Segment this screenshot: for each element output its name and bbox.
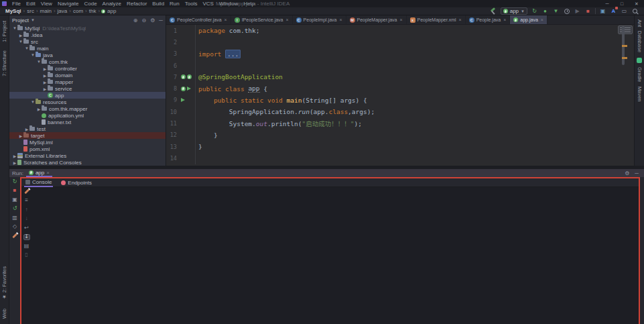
tool-stripe-ant[interactable]: Ant (637, 19, 643, 27)
tree-item-mapper[interactable]: ▶mapper (9, 78, 166, 85)
plugin-icon[interactable]: ▣ (599, 7, 606, 15)
editor-tab-ipeopleservice-java[interactable]: IIPeopleService.java× (231, 15, 293, 24)
warning-stripe-mark[interactable] (622, 57, 627, 59)
soft-wrap-icon[interactable]: ↩ (23, 225, 30, 231)
down-stack-icon[interactable]: ↓ (23, 216, 30, 222)
editor-tab-peopleimpl-java[interactable]: CPeopleImpl.java× (293, 15, 346, 24)
tree-item-banner-txt[interactable]: banner.txt (9, 119, 166, 125)
breadcrumb-item-thk[interactable]: thk (88, 8, 98, 14)
close-tab-icon[interactable]: × (541, 17, 543, 22)
search-everywhere-icon[interactable] (631, 7, 639, 15)
stop-icon[interactable]: ■ (11, 188, 18, 194)
editor-tab-people-java[interactable]: CPeople.java× (466, 15, 511, 24)
editor-tab-peoplemapper-xml[interactable]: xPeopleMapper.xml× (407, 15, 466, 24)
editor-tab-peoplecontroller-java[interactable]: CPeopleController.java× (166, 15, 231, 24)
sort-icon[interactable]: ≡ (23, 198, 30, 204)
debug-icon[interactable]: ● (541, 7, 549, 15)
tree-item-java[interactable]: ▼java (9, 52, 166, 58)
breadcrumb-item-mysql[interactable]: MySql (4, 8, 23, 14)
tree-item--idea[interactable]: ▶.idea (9, 32, 166, 38)
warning-stripe-mark[interactable] (622, 45, 627, 47)
code-editor[interactable]: 1package com.thk;23import ...67@SpringBo… (166, 25, 634, 164)
tree-closed-arrow-icon[interactable]: ▶ (42, 87, 48, 91)
rerun-icon[interactable]: ↻ (11, 178, 18, 184)
spring-bean-icon[interactable] (181, 74, 186, 79)
spring-bean-icon[interactable] (187, 74, 192, 79)
run-tab-app[interactable]: app × (26, 169, 52, 177)
run-config-select[interactable]: app ▼ (501, 7, 527, 15)
tree-open-arrow-icon[interactable]: ▼ (12, 26, 17, 30)
tree-closed-arrow-icon[interactable]: ▶ (42, 80, 48, 85)
menu-refactor[interactable]: Refactor (124, 1, 149, 7)
console-output[interactable] (31, 187, 639, 324)
tool-stripe-web[interactable]: Web (1, 309, 7, 319)
tool-stripe-maven[interactable]: Maven (637, 87, 643, 102)
tree-open-arrow-icon[interactable]: ▼ (24, 46, 29, 50)
tree-closed-arrow-icon[interactable]: ▶ (12, 154, 17, 158)
tree-closed-arrow-icon[interactable]: ▶ (36, 107, 42, 111)
collapse-all-icon[interactable]: ⊖ (141, 17, 146, 23)
tree-item-scratches-and-consoles[interactable]: ▶Scratches and Consoles (9, 159, 166, 166)
up-stack-icon[interactable]: ↑ (23, 207, 30, 213)
tree-closed-arrow-icon[interactable]: ▶ (24, 127, 29, 131)
breadcrumb-item-main[interactable]: main (39, 8, 53, 14)
menu-file[interactable]: File (9, 1, 23, 7)
tree-item-service[interactable]: ▶service (9, 85, 166, 92)
tree-item-app[interactable]: Capp (9, 92, 166, 99)
stop-icon[interactable]: ■ (584, 7, 592, 15)
tree-item-application-yml[interactable]: application.yml (9, 112, 166, 119)
edit-source-icon[interactable] (23, 188, 30, 195)
menu-vcs[interactable]: VCS (200, 1, 216, 7)
tool-stripe-database[interactable]: Database (637, 31, 643, 52)
tree-item-com-thk[interactable]: ▼com.thk (9, 58, 166, 65)
settings-icon[interactable]: ⚙ (625, 170, 629, 176)
tree-closed-arrow-icon[interactable]: ▶ (42, 66, 48, 71)
tree-item-controller[interactable]: ▶controller (9, 65, 166, 72)
run-gutter-icon[interactable] (181, 98, 185, 102)
tree-open-arrow-icon[interactable]: ▼ (18, 40, 23, 44)
tree-item-com-thk-mapper[interactable]: ▶com.thk.mapper (9, 105, 166, 112)
tree-item-src[interactable]: ▼src (9, 38, 166, 45)
rerun-icon[interactable]: ↻ (531, 7, 538, 15)
chevron-down-icon[interactable]: ▼ (31, 18, 35, 22)
tree-item-mysql[interactable]: ▼MySqlD:\IdeaTest\MySql (9, 25, 166, 32)
tree-closed-arrow-icon[interactable]: ▶ (18, 133, 23, 138)
menu-build[interactable]: Build (149, 1, 167, 7)
breadcrumb-item-java[interactable]: java (56, 8, 69, 14)
tree-closed-arrow-icon[interactable]: ▶ (42, 73, 48, 78)
breadcrumb-item-app[interactable]: app (106, 8, 117, 14)
editor-tab-peoplemapper-java[interactable]: MPeopleMapper.java× (346, 15, 407, 24)
close-tab-icon[interactable]: × (286, 17, 289, 22)
update-classes-icon[interactable]: ↺ (11, 206, 18, 212)
tree-item-pom-xml[interactable]: pom.xml (9, 146, 166, 152)
settings-icon[interactable]: ⚙ (150, 17, 155, 23)
close-tab-icon[interactable]: × (224, 17, 227, 22)
tree-open-arrow-icon[interactable]: ▼ (30, 100, 36, 104)
close-tab-icon[interactable]: × (46, 170, 50, 176)
tree-item-external-libraries[interactable]: ▶External Libraries (9, 152, 166, 159)
close-button-icon[interactable]: ✕ (629, 0, 644, 7)
tree-open-arrow-icon[interactable]: ▼ (30, 53, 36, 57)
tree-item-resources[interactable]: ▼resources (9, 99, 166, 105)
breadcrumb-item-com[interactable]: com (72, 8, 84, 14)
menu-navigate[interactable]: Navigate (55, 1, 82, 7)
tree-item-main[interactable]: ▼main (9, 45, 166, 52)
tool-stripe-favorites[interactable]: ★ 2: Favorites (1, 266, 7, 300)
spring-bean-icon[interactable] (181, 87, 186, 91)
close-tab-icon[interactable]: × (503, 17, 506, 22)
tool-stripe-structure[interactable]: 7: Structure (1, 50, 7, 76)
clear-all-icon[interactable]: ▯ (23, 252, 30, 258)
tree-open-arrow-icon[interactable]: ▼ (36, 60, 42, 64)
tree-item-test[interactable]: ▶test (9, 125, 166, 132)
restore-layout-icon[interactable]: ▥ (11, 215, 18, 221)
print-icon[interactable]: ▤ (23, 243, 30, 249)
profiler-icon[interactable] (563, 7, 570, 15)
minimize-button-icon[interactable]: ─ (600, 0, 615, 7)
hide-icon[interactable]: ─ (635, 170, 639, 176)
tree-closed-arrow-icon[interactable]: ▶ (18, 33, 23, 38)
tree-item-mysql-iml[interactable]: MySql.iml (9, 139, 166, 146)
tree-closed-arrow-icon[interactable]: ▶ (12, 160, 17, 165)
close-tab-icon[interactable]: × (459, 17, 462, 22)
hide-icon[interactable]: ─ (159, 17, 163, 23)
menu-tools[interactable]: Tools (182, 1, 200, 7)
